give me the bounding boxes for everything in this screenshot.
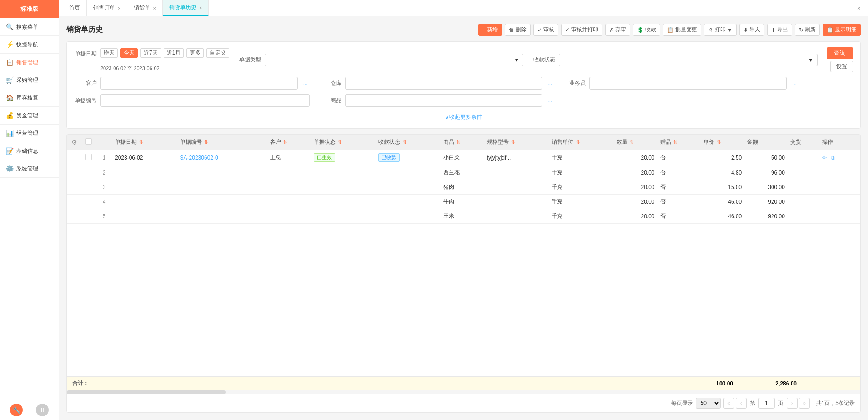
- next-page-btn[interactable]: ›: [787, 398, 798, 409]
- col-payment-status[interactable]: 收款状态 ⇅: [376, 135, 441, 150]
- audit-button[interactable]: ✓ 审核: [533, 24, 558, 36]
- date-shortcut-yesterday[interactable]: 昨天: [100, 48, 118, 58]
- cell-checkbox[interactable]: [81, 165, 96, 180]
- col-doc-num[interactable]: 单据编号 ⇅: [177, 135, 267, 150]
- tab-sales-history-close[interactable]: ×: [199, 5, 202, 10]
- col-goods[interactable]: 商品 ⇅: [441, 135, 484, 150]
- date-shortcut-7days[interactable]: 近7天: [140, 48, 161, 58]
- collect-button[interactable]: 💲 收款: [633, 24, 660, 36]
- tab-sales-delivery[interactable]: 销货单 ×: [127, 0, 162, 16]
- date-shortcut-more[interactable]: 更多: [186, 48, 204, 58]
- print-button[interactable]: 🖨 打印 ▼: [704, 24, 737, 36]
- tab-sales-delivery-close[interactable]: ×: [153, 5, 156, 11]
- tab-sales-order[interactable]: 销售订单 ×: [87, 0, 127, 16]
- col-settings[interactable]: ⚙: [67, 135, 81, 150]
- date-shortcut-1month[interactable]: 近1月: [164, 48, 184, 58]
- customer-ellipsis[interactable]: ...: [301, 80, 310, 86]
- tab-home[interactable]: 首页: [63, 0, 87, 16]
- page-number-input[interactable]: [758, 398, 775, 409]
- goods-ellipsis[interactable]: ...: [546, 97, 554, 104]
- date-shortcut-today[interactable]: 今天: [120, 48, 138, 58]
- row-copy-link[interactable]: ⧉: [831, 155, 835, 161]
- new-button[interactable]: + 新增: [478, 24, 502, 36]
- cell-doc-num[interactable]: [177, 195, 267, 209]
- collapse-button[interactable]: ∧ 收起更多条件: [443, 111, 484, 123]
- tab-sales-order-close[interactable]: ×: [118, 5, 120, 11]
- payment-status-select[interactable]: ▼: [559, 54, 818, 66]
- cell-action[interactable]: [819, 165, 860, 180]
- col-customer[interactable]: 客户 ⇅: [267, 135, 311, 150]
- doc-num-input[interactable]: [100, 94, 310, 107]
- col-gift[interactable]: 赠品 ⇅: [657, 135, 701, 150]
- sidebar-item-purchase-mgmt[interactable]: 🛒 采购管理: [0, 71, 59, 89]
- cell-checkbox[interactable]: [81, 150, 96, 165]
- warehouse-input[interactable]: [345, 77, 542, 90]
- prev-page-btn[interactable]: ‹: [736, 398, 747, 409]
- warehouse-ellipsis[interactable]: ...: [546, 80, 554, 86]
- export-button[interactable]: ⬆ 导出: [767, 24, 792, 36]
- cell-doc-num[interactable]: [177, 209, 267, 224]
- col-unit-price[interactable]: 单价 ⇅: [701, 135, 744, 150]
- page-size-select[interactable]: 50 10 20 100: [696, 398, 721, 409]
- cell-payment-status: [376, 165, 441, 180]
- col-doc-date[interactable]: 单据日期 ⇅: [112, 135, 177, 150]
- doc-type-select[interactable]: ▼: [265, 54, 523, 66]
- cell-action[interactable]: [819, 209, 860, 224]
- salesperson-ellipsis[interactable]: ...: [790, 80, 798, 86]
- sidebar-item-inventory[interactable]: 🏠 库存核算: [0, 89, 59, 107]
- row-edit-link[interactable]: ✏: [822, 155, 827, 161]
- filter-settings-button[interactable]: 设置: [830, 61, 853, 72]
- goods-input[interactable]: [345, 94, 542, 107]
- col-qty-sort: ⇅: [630, 140, 633, 145]
- date-shortcut-custom[interactable]: 自定义: [206, 48, 229, 58]
- import-button[interactable]: ⬇ 导入: [739, 24, 764, 36]
- tab-sales-history[interactable]: 销货单历史 ×: [163, 0, 209, 16]
- scroll-thumb[interactable]: [67, 390, 226, 394]
- delete-button[interactable]: 🗑 删除: [505, 24, 531, 36]
- cell-action[interactable]: ✏ ⧉: [819, 150, 860, 165]
- window-close-btn[interactable]: ×: [853, 5, 864, 12]
- cell-checkbox[interactable]: [81, 195, 96, 209]
- sidebar-pause-btn[interactable]: ⏸: [36, 404, 49, 416]
- salesperson-input[interactable]: [589, 77, 787, 90]
- sidebar-item-system-mgmt[interactable]: ⚙️ 系统管理: [0, 160, 59, 178]
- filter-collapse-row: ∧ 收起更多条件: [74, 111, 853, 123]
- horizontal-scrollbar[interactable]: [67, 390, 860, 394]
- col-qty[interactable]: 数量 ⇅: [614, 135, 657, 150]
- refresh-button[interactable]: ↻ 刷新: [795, 24, 820, 36]
- audit-print-button[interactable]: ✓ 审核并打印: [561, 24, 602, 36]
- print-icon: 🖨: [708, 27, 713, 33]
- col-checkbox[interactable]: [81, 135, 96, 150]
- doc-num-link[interactable]: SA-20230602-0: [180, 155, 218, 161]
- table-settings-icon[interactable]: ⚙: [71, 139, 77, 146]
- sidebar-item-operations[interactable]: 📊 经营管理: [0, 125, 59, 142]
- customer-input[interactable]: [100, 77, 298, 90]
- abandon-button[interactable]: ✗ 弃审: [605, 24, 630, 36]
- last-page-btn[interactable]: »: [799, 398, 810, 409]
- warehouse-label: 仓库: [319, 80, 341, 87]
- row-checkbox[interactable]: [85, 154, 92, 160]
- cell-action[interactable]: [819, 195, 860, 209]
- cell-action[interactable]: [819, 180, 860, 195]
- cell-checkbox[interactable]: [81, 209, 96, 224]
- table-wrapper[interactable]: ⚙ 单据日期 ⇅ 单据编号: [67, 135, 860, 376]
- first-page-btn[interactable]: «: [723, 398, 734, 409]
- sidebar-item-basic-info[interactable]: 📝 基础信息: [0, 142, 59, 160]
- col-doc-status[interactable]: 单据状态 ⇅: [311, 135, 376, 150]
- cell-doc-num[interactable]: SA-20230602-0: [177, 150, 267, 165]
- cell-rownum: 1: [96, 150, 112, 165]
- query-button[interactable]: 查询: [827, 47, 853, 59]
- sidebar-item-finance[interactable]: 💰 资金管理: [0, 107, 59, 125]
- cell-doc-num[interactable]: [177, 180, 267, 195]
- show-detail-button[interactable]: 📋 显示明细: [823, 24, 861, 36]
- col-spec[interactable]: 规格型号 ⇅: [484, 135, 549, 150]
- sidebar-item-sales-mgmt[interactable]: 📋 销售管理: [0, 54, 59, 71]
- select-all-checkbox[interactable]: [85, 138, 92, 145]
- batch-change-button[interactable]: 📋 批量变更: [663, 24, 701, 36]
- cell-checkbox[interactable]: [81, 180, 96, 195]
- sidebar-settings-btn[interactable]: 🔧: [10, 404, 23, 416]
- col-unit[interactable]: 销售单位 ⇅: [549, 135, 614, 150]
- cell-doc-num[interactable]: [177, 165, 267, 180]
- sidebar-item-quick-nav[interactable]: ⚡ 快捷导航: [0, 36, 59, 54]
- sidebar-item-search-menu[interactable]: 🔍 搜索菜单: [0, 18, 59, 36]
